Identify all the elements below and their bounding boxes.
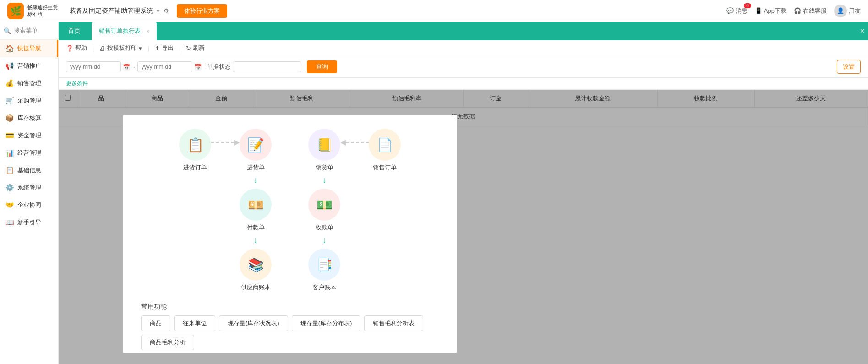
finance-icon: 💳 [5, 131, 14, 140]
sys-mgmt-icon: ⚙️ [5, 184, 14, 192]
func-btn-product-gross[interactable]: 商品毛利分析 [141, 335, 194, 350]
sidebar-item-label: 库存核算 [17, 114, 41, 122]
settings-icon[interactable]: ⚙ [159, 4, 173, 18]
supplier-ledger-label: 供应商账本 [241, 283, 271, 292]
calendar-icon[interactable]: 📅 [123, 64, 130, 71]
sidebar-nav: 🏠 快捷导航 📢 营销推广 💰 销售管理 🛒 采购管理 📦 库存核 [0, 40, 58, 364]
date-start-input[interactable] [66, 61, 121, 72]
modal-overlay: 📋 进货订单 ▶ [59, 90, 868, 364]
flow-item-receipt[interactable]: 💵 收款单 [308, 189, 340, 232]
payment-label: 付款单 [247, 223, 265, 232]
func-btn-stock-status[interactable]: 现存量(库存状况表) [219, 315, 288, 331]
func-btn-sales-gross[interactable]: 销售毛利分析表 [364, 315, 423, 331]
sales-bill-circle: 📒 [308, 129, 340, 161]
online-service-btn[interactable]: 🎧 在线客服 [794, 7, 827, 15]
sales-bill-label: 销货单 [316, 163, 333, 172]
flow-item-payment[interactable]: 💴 付款单 [240, 189, 272, 232]
receipt-label: 收款单 [316, 223, 333, 232]
sidebar-item-inventory[interactable]: 📦 库存核算 [0, 109, 58, 127]
sidebar-item-label: 系统管理 [17, 184, 41, 192]
query-button[interactable]: 查询 [307, 60, 337, 73]
page-toolbar: ❓ 帮助 | 🖨 按模板打印 ▾ | ⬆ 导出 | ↻ 刷新 [59, 40, 868, 56]
sidebar-item-label: 基础信息 [17, 166, 41, 174]
func-btn-stock-dist[interactable]: 现存量(库存分布表) [292, 315, 361, 331]
sidebar-item-finance[interactable]: 💳 资金管理 [0, 127, 58, 144]
system-title: 装备及固定资产辅助管理系统 ▾ [70, 7, 159, 15]
supplier-ledger-circle: 📚 [240, 249, 272, 281]
search-menu[interactable]: 🔍 搜索菜单 [0, 22, 58, 40]
app-download-btn[interactable]: 📱 App下载 [755, 7, 786, 15]
customer-ledger-circle: 📑 [308, 249, 340, 281]
sales-order-circle: 📄 [369, 129, 401, 161]
sales-order-label: 销售订单 [373, 163, 397, 172]
flow-col-purchase-order: 📋 进货订单 [179, 129, 211, 172]
filter-bar: 📅 ~ 📅 单据状态 查询 设置 [59, 56, 868, 78]
sidebar-item-label: 新手引导 [17, 218, 41, 227]
date-filter: 📅 ~ 📅 [66, 61, 202, 72]
tab-close-icon[interactable]: × [146, 28, 149, 34]
inventory-icon: 📦 [5, 114, 14, 122]
sidebar-item-enterprise[interactable]: 🤝 企业协同 [0, 196, 58, 214]
message-btn[interactable]: 💬 消息 6 [726, 7, 748, 15]
flow-item-customer-ledger[interactable]: 📑 客户账本 [308, 249, 340, 292]
sidebar-item-label: 销售管理 [17, 79, 41, 87]
sidebar-item-quick-nav[interactable]: 🏠 快捷导航 [0, 40, 58, 57]
flow-item-supplier-ledger[interactable]: 📚 供应商账本 [240, 249, 272, 292]
purchase-order-circle: 📋 [179, 129, 211, 161]
tab-bar: 首页 销售订单执行表 × × [59, 22, 868, 40]
calendar-end-icon[interactable]: 📅 [194, 64, 202, 71]
flow-item-purchase-bill[interactable]: 📝 进货单 [240, 129, 272, 172]
flow-item-sales-order[interactable]: 📄 销售订单 [369, 129, 401, 172]
status-select[interactable] [233, 61, 301, 72]
message-icon: 💬 [726, 7, 734, 14]
date-end-input[interactable] [137, 61, 192, 72]
refresh-btn[interactable]: ↻ 刷新 [186, 44, 205, 52]
export-btn[interactable]: ⬆ 导出 [155, 44, 174, 52]
sales-icon: 💰 [5, 79, 14, 87]
flow-col-sales-order: 📄 销售订单 [369, 129, 401, 172]
template-print-btn[interactable]: 🖨 按模板打印 ▾ [99, 44, 142, 52]
flow-item-sales-bill[interactable]: 📒 销货单 [308, 129, 340, 172]
logo-icon: 🌿 [7, 3, 24, 19]
func-btn-partner[interactable]: 往来单位 [174, 315, 215, 331]
print-icon: 🖨 [99, 45, 105, 52]
operations-icon: 📊 [5, 149, 14, 157]
purchase-bill-circle: 📝 [240, 129, 272, 161]
func-btn-product[interactable]: 商品 [141, 315, 170, 331]
sidebar-item-operations[interactable]: 📊 经营管理 [0, 144, 58, 162]
sidebar-item-newbie[interactable]: 📖 新手引导 [0, 214, 58, 231]
status-filter: 单据状态 [207, 61, 301, 72]
sidebar-item-sales[interactable]: 💰 销售管理 [0, 75, 58, 92]
more-conditions-btn[interactable]: 更多条件 [66, 78, 88, 88]
arrow-down1: ↓ [254, 175, 258, 185]
sidebar-item-sys-mgmt[interactable]: ⚙️ 系统管理 [0, 179, 58, 196]
sidebar-item-label: 资金管理 [17, 131, 41, 140]
help-btn[interactable]: ❓ 帮助 [66, 44, 87, 52]
logo-area: 🌿 畅康通好生意 标准版 [7, 3, 66, 19]
newbie-icon: 📖 [5, 218, 14, 227]
logo-text: 畅康通好生意 标准版 [27, 4, 58, 17]
message-badge: 6 [744, 3, 751, 8]
export-icon: ⬆ [155, 45, 160, 52]
user-menu[interactable]: 👤 用友 [834, 5, 861, 17]
sidebar-item-label: 企业协同 [17, 201, 41, 209]
sidebar-item-purchase[interactable]: 🛒 采购管理 [0, 92, 58, 109]
tab-home[interactable]: 首页 [59, 22, 90, 40]
tab-bar-close-icon[interactable]: × [860, 27, 864, 35]
setting-button[interactable]: 设置 [837, 60, 861, 74]
sidebar-item-label: 采购管理 [17, 97, 41, 105]
arrow-down4: ↓ [322, 235, 327, 245]
flow-item-purchase-order[interactable]: 📋 进货订单 [179, 129, 211, 172]
tab-sales-order-execution[interactable]: 销售订单执行表 × [92, 22, 157, 40]
purchase-bill-label: 进货单 [247, 163, 265, 172]
print-dropdown-icon: ▾ [139, 45, 142, 52]
sidebar-item-label: 营销推广 [17, 62, 41, 70]
service-icon: 🎧 [794, 7, 801, 14]
arrow-h2: ◀ [340, 138, 369, 147]
trial-button[interactable]: 体验行业方案 [177, 4, 227, 18]
modal-box: 📋 进货订单 ▶ [123, 115, 457, 353]
sidebar-item-marketing[interactable]: 📢 营销推广 [0, 57, 58, 75]
common-functions: 常用功能 商品 往来单位 现存量(库存状况表) 现存量(库存分布表) 销售毛利分… [141, 303, 439, 353]
common-funcs-title: 常用功能 [141, 303, 439, 311]
sidebar-item-base-info[interactable]: 📋 基础信息 [0, 162, 58, 179]
